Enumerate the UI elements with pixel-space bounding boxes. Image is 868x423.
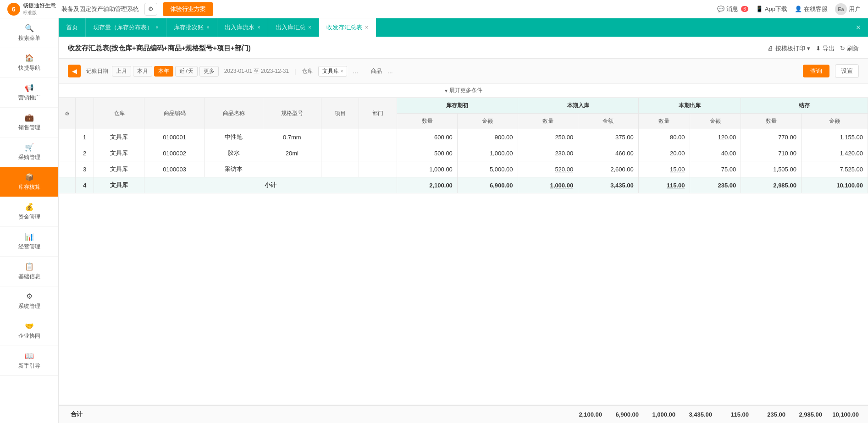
app-download-label: App下载 [765, 5, 787, 13]
expand-more-button[interactable]: ▾ 展开更多条件 [445, 87, 482, 94]
page-title: 收发存汇总表(按仓库+商品编码+商品+规格型号+项目+部门) [68, 44, 251, 53]
date-pill-more[interactable]: 更多 [199, 66, 219, 77]
query-button[interactable]: 查询 [803, 65, 829, 77]
app-download-item[interactable]: 📱 App下载 [756, 5, 787, 13]
sidebar: 🔍 搜索菜单 🏠 快捷导航 📢 营销推广 💼 销售管理 🛒 采购管理 📦 库存核… [0, 18, 59, 423]
capital-icon: 💰 [25, 203, 34, 211]
warehouse-more[interactable]: ... [353, 67, 358, 75]
sidebar-item-label: 采购管理 [18, 154, 40, 161]
tab-recv-summary-close[interactable]: × [365, 24, 368, 31]
refresh-button[interactable]: ↻ 刷新 [840, 44, 859, 53]
sidebar-item-label: 库存核算 [18, 183, 40, 191]
cell-opening-qty: 1,000.00 [397, 161, 458, 177]
cell-dept [359, 129, 397, 145]
tab-inventory-dist[interactable]: 现存量（库存分布表） × [86, 18, 166, 37]
sidebar-item-enterprise[interactable]: 🤝 企业协同 [0, 316, 58, 346]
warehouse-tag-close[interactable]: × [341, 69, 343, 74]
print-label: 按模板打印 [775, 44, 805, 53]
logo-title-line1: 畅捷通好生意 [23, 2, 56, 10]
table-row: 3 文具库 0100003 采访本 1,000.00 5,000.00 520.… [59, 161, 868, 177]
message-item[interactable]: 💬 消息 6 [717, 5, 748, 13]
purchase-icon: 🛒 [25, 143, 34, 152]
basic-info-icon: 📋 [25, 262, 34, 271]
refresh-icon: ↻ [840, 45, 845, 52]
sidebar-item-sales[interactable]: 💼 销售管理 [0, 108, 58, 137]
export-label: 导出 [823, 44, 835, 53]
date-pill-7days[interactable]: 近7天 [175, 66, 198, 77]
tab-bar: 首页 现存量（库存分布表） × 库存批次账 × 出入库流水 × 出入库汇总 × … [59, 18, 868, 37]
sidebar-item-system[interactable]: ⚙ 系统管理 [0, 286, 58, 316]
cell-project [321, 129, 359, 145]
inventory-icon: 📦 [25, 173, 34, 181]
sidebar-item-label: 资金管理 [18, 213, 40, 221]
date-pill-this-year[interactable]: 本年 [154, 66, 173, 77]
date-pills: 上月 本月 本年 近7天 更多 [112, 66, 219, 77]
settings-button[interactable]: ⚙ [144, 3, 157, 16]
print-button[interactable]: 🖨 按模板打印 ▾ [768, 44, 810, 53]
setting-button[interactable]: 设置 [835, 64, 859, 78]
col-goods-name: 商品名称 [205, 98, 263, 129]
sidebar-item-label: 系统管理 [18, 302, 40, 310]
tab-inout-summary-close[interactable]: × [308, 24, 311, 31]
cell-goods-name: 中性笔 [205, 129, 263, 145]
warehouse-filter-label: 仓库 [302, 67, 313, 75]
tab-inventory-dist-close[interactable]: × [155, 24, 159, 31]
cell-in-qty: 520.00 [518, 161, 578, 177]
col-in-amt: 金额 [578, 114, 639, 129]
service-icon: 👤 [795, 5, 802, 12]
sidebar-item-label: 新手引导 [18, 362, 40, 370]
filter-expand-button[interactable]: ◀ [68, 65, 81, 77]
goods-more[interactable]: ... [387, 67, 393, 75]
sidebar-item-operations[interactable]: 📊 经营管理 [0, 227, 58, 257]
page-actions: 🖨 按模板打印 ▾ ⬇ 导出 ↻ 刷新 [768, 44, 859, 53]
date-pill-prev-month[interactable]: 上月 [112, 66, 131, 77]
cell-no: 3 [76, 161, 94, 177]
cell-out-qty: 20.00 [638, 145, 690, 161]
tab-batch-ledger-close[interactable]: × [206, 24, 210, 31]
user-item[interactable]: Ea 用户 [835, 3, 861, 15]
sidebar-item-inventory[interactable]: 📦 库存核算 [0, 167, 58, 197]
tab-home[interactable]: 首页 [59, 18, 86, 37]
tab-inout-flow[interactable]: 出入库流水 × [217, 18, 268, 37]
tab-inout-flow-close[interactable]: × [257, 24, 260, 31]
sidebar-item-search[interactable]: 🔍 搜索菜单 [0, 18, 58, 48]
col-gear[interactable]: ⚙ [59, 98, 76, 129]
sidebar-item-basic-info[interactable]: 📋 基础信息 [0, 257, 58, 286]
cell-closing-amt: 10,100.00 [801, 177, 868, 193]
sidebar-item-purchase[interactable]: 🛒 采购管理 [0, 137, 58, 167]
export-button[interactable]: ⬇ 导出 [816, 44, 835, 53]
system-icon: ⚙ [26, 292, 33, 301]
sidebar-item-marketing[interactable]: 📢 营销推广 [0, 78, 58, 108]
col-group-closing: 结存 [741, 98, 868, 114]
tab-recv-summary[interactable]: 收发存汇总表 × [319, 18, 376, 37]
cell-closing-amt: 1,155.00 [801, 129, 868, 145]
footer-out-amt: 235.00 [753, 411, 790, 418]
cell-no: 1 [76, 129, 94, 145]
cell-warehouse: 文具库 [94, 129, 144, 145]
cell-closing-qty: 1,505.00 [741, 161, 802, 177]
warehouse-tag[interactable]: 文具库 × [318, 66, 348, 77]
cell-no: 2 [76, 145, 94, 161]
tab-inventory-dist-label: 现存量（库存分布表） [93, 23, 153, 32]
sidebar-item-label: 经营管理 [18, 243, 40, 251]
sidebar-item-capital[interactable]: 💰 资金管理 [0, 197, 58, 227]
message-badge: 6 [741, 6, 748, 12]
sidebar-item-guide[interactable]: 📖 新手引导 [0, 346, 58, 376]
date-pill-this-month[interactable]: 本月 [133, 66, 152, 77]
tab-batch-ledger[interactable]: 库存批次账 × [166, 18, 217, 37]
app-download-icon: 📱 [756, 5, 763, 12]
date-filter-label: 记账日期 [86, 67, 108, 75]
col-out-qty: 数量 [638, 114, 690, 129]
online-service-item[interactable]: 👤 在线客服 [795, 5, 828, 13]
tab-batch-ledger-label: 库存批次账 [174, 23, 204, 32]
chevron-down-icon: ▾ [807, 45, 810, 52]
cell-goods-name: 采访本 [205, 161, 263, 177]
sidebar-item-quick-nav[interactable]: 🏠 快捷导航 [0, 48, 58, 78]
trial-button[interactable]: 体验行业方案 [163, 2, 213, 16]
col-opening-qty: 数量 [397, 114, 458, 129]
cell-out-qty: 80.00 [638, 129, 690, 145]
tab-inout-summary[interactable]: 出入库汇总 × [268, 18, 319, 37]
data-table: ⚙ 仓库 商品编码 商品名称 规格型号 项目 部门 库存期初 本期入库 本期出库… [59, 98, 868, 193]
filter-divider-1: | [294, 68, 296, 75]
tab-bar-close-all[interactable]: × [856, 23, 868, 33]
